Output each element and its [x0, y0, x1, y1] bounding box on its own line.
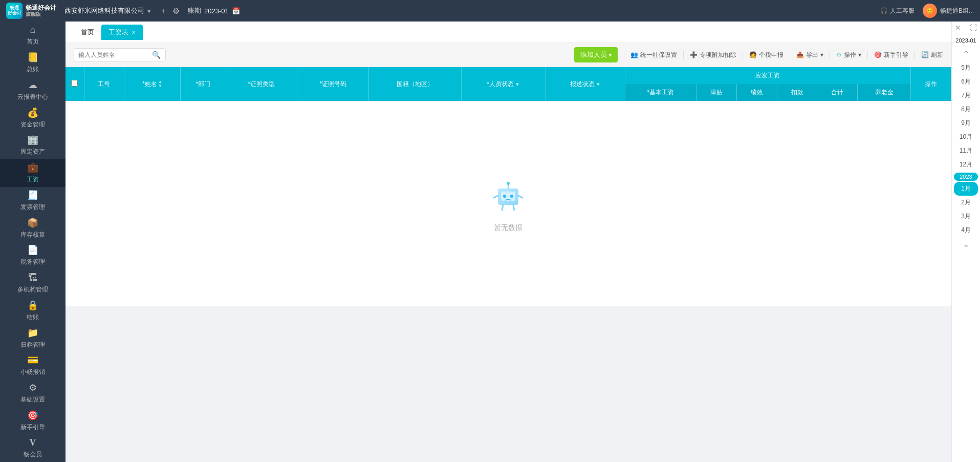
sidebar-label-home: 首页	[27, 37, 39, 46]
export-chevron-icon: ▾	[820, 51, 823, 58]
panel-top-btns: ✕ ⛶	[952, 22, 980, 34]
month-9[interactable]: 9月	[952, 116, 980, 130]
sidebar-item-home[interactable]: ⌂ 首页	[0, 22, 66, 49]
th-wage-group: 应发工资	[625, 67, 911, 84]
app-logo: 畅通好会计	[6, 3, 23, 19]
search-input[interactable]	[78, 51, 150, 58]
sep5	[830, 51, 830, 59]
sidebar-item-invoice[interactable]: 🧾 发票管理	[0, 187, 66, 215]
close-panel-icon[interactable]: ✕	[955, 24, 961, 32]
period-info: 账期 2023-01 📅	[188, 6, 240, 15]
customer-service-btn[interactable]: 🎧 人工客服	[880, 7, 914, 15]
sidebar-item-fund[interactable]: 💰 资金管理	[0, 104, 66, 132]
tab-close-icon[interactable]: ×	[132, 28, 136, 36]
table-area: 工号 *姓名 ▲▼ *部门	[66, 67, 951, 462]
sidebar-label-guide: 新手引导	[20, 423, 45, 432]
table-wrapper[interactable]: 工号 *姓名 ▲▼ *部门	[66, 67, 951, 462]
th-name[interactable]: *姓名 ▲▼	[124, 67, 181, 101]
date-nav-up-btn[interactable]: ⌃	[952, 47, 980, 61]
sidebar-item-guide[interactable]: 🎯 新手引导	[0, 407, 66, 435]
date-nav-down-btn[interactable]: ⌄	[952, 237, 980, 251]
refresh-icon: 🔄	[921, 51, 929, 58]
sidebar-item-settings[interactable]: ⚙ 基础设置	[0, 380, 66, 407]
personal-tax-btn[interactable]: 🧑 个税申报	[749, 51, 783, 59]
calendar-icon[interactable]: 📅	[232, 7, 240, 15]
avatar-icon: 😊	[926, 8, 933, 14]
th-status[interactable]: *人员状态 ▼	[461, 67, 546, 101]
settings-icon[interactable]: ⚙	[172, 6, 180, 16]
search-box[interactable]: 🔍	[74, 48, 166, 61]
chevron-down-icon: ▾	[147, 7, 151, 15]
month-1-active[interactable]: 1月	[954, 182, 978, 196]
th-report-status[interactable]: 报送状态 ▼	[546, 67, 625, 101]
inventory-icon: 📦	[27, 217, 38, 228]
special-deduction-btn[interactable]: ➕ 专项附加扣除	[690, 51, 736, 59]
expand-panel-icon[interactable]: ⛶	[970, 24, 977, 32]
social-security-btn[interactable]: 👥 统一社保设置	[630, 51, 677, 59]
th-base-salary: *基本工资	[625, 84, 696, 101]
sort-icon-name: ▲▼	[158, 80, 162, 88]
refresh-btn[interactable]: 🔄 刷新	[921, 51, 943, 59]
sidebar-item-multi-org[interactable]: 🏗 多机构管理	[0, 269, 66, 297]
th-subsidy: 津贴	[696, 84, 737, 101]
tab-home[interactable]: 首页	[74, 25, 101, 40]
social-security-label: 统一社保设置	[640, 51, 677, 59]
sidebar-label-settings: 基础设置	[20, 395, 45, 404]
new-guide-btn[interactable]: 🎯 新手引导	[874, 51, 908, 59]
month-11[interactable]: 11月	[952, 144, 980, 158]
th-performance: 绩效	[736, 84, 777, 101]
sidebar-item-closing[interactable]: 🔒 结账	[0, 297, 66, 325]
month-6[interactable]: 6月	[952, 75, 980, 89]
username[interactable]: 畅捷通B组...	[940, 7, 974, 15]
empty-text: 暂无数据	[494, 223, 522, 233]
export-btn[interactable]: 📤 导出 ▾	[796, 51, 823, 59]
operations-chevron-icon: ▾	[858, 51, 861, 58]
sidebar-label-inventory: 库存核算	[20, 230, 45, 239]
new-guide-icon: 🎯	[874, 51, 882, 58]
month-2[interactable]: 2月	[952, 196, 980, 209]
top-bar: 畅通好会计 畅通好会计 旗舰版 西安虾米网络科技有限公司 ▾ ＋ ⚙ 账期 20…	[0, 0, 980, 22]
sidebar-item-payroll[interactable]: 💼 工资	[0, 159, 66, 187]
export-icon: 📤	[796, 51, 804, 58]
content-area: 首页 工资表 × 🔍 添加人员 ▾	[66, 22, 951, 462]
month-8[interactable]: 8月	[952, 102, 980, 116]
operations-btn[interactable]: ⚙ 操作 ▾	[836, 51, 861, 59]
settings-nav-icon: ⚙	[29, 382, 37, 393]
sidebar-item-expense[interactable]: 💳 小畅报销	[0, 352, 66, 380]
sidebar-item-ledger[interactable]: 📒 总账	[0, 49, 66, 77]
month-12[interactable]: 12月	[952, 158, 980, 172]
tab-payroll-table[interactable]: 工资表 ×	[101, 25, 143, 40]
company-name: 西安虾米网络科技有限公司	[64, 6, 144, 15]
th-department: *部门	[180, 67, 226, 101]
company-selector[interactable]: 西安虾米网络科技有限公司 ▾	[64, 6, 151, 15]
sidebar-item-archive[interactable]: 📁 归档管理	[0, 324, 66, 352]
sidebar-item-inventory[interactable]: 📦 库存核算	[0, 214, 66, 242]
empty-icon	[488, 174, 529, 215]
sidebar-item-fixed-assets[interactable]: 🏢 固定资产	[0, 132, 66, 159]
add-company-icon[interactable]: ＋	[159, 6, 167, 16]
month-5[interactable]: 5月	[952, 61, 980, 75]
sidebar-item-cloud-report[interactable]: ☁ 云报表中心	[0, 77, 66, 104]
operations-label: 操作	[844, 51, 856, 59]
tab-home-label: 首页	[81, 28, 94, 37]
sidebar-item-tax[interactable]: 📄 税务管理	[0, 242, 66, 269]
cloud-icon: ☁	[28, 79, 37, 91]
member-icon: V	[30, 437, 36, 448]
month-4[interactable]: 4月	[952, 223, 980, 237]
th-checkbox[interactable]	[66, 67, 84, 101]
month-3[interactable]: 3月	[952, 209, 980, 223]
expense-icon: 💳	[27, 354, 38, 366]
operations-icon: ⚙	[836, 51, 842, 58]
th-total: 合计	[817, 84, 858, 101]
year-badge-2023: 2023	[954, 173, 978, 181]
month-10[interactable]: 10月	[952, 130, 980, 144]
th-pension: 养老金	[858, 84, 911, 101]
add-person-button[interactable]: 添加人员 ▾	[574, 47, 618, 62]
tax-icon: 📄	[27, 244, 38, 256]
sidebar-item-member[interactable]: V 畅会员	[0, 434, 66, 462]
app-name: 畅通好会计	[26, 4, 56, 11]
top-bar-actions: ＋ ⚙	[159, 6, 180, 16]
select-all-checkbox[interactable]	[71, 80, 78, 87]
ledger-icon: 📒	[27, 52, 38, 63]
month-7[interactable]: 7月	[952, 89, 980, 102]
